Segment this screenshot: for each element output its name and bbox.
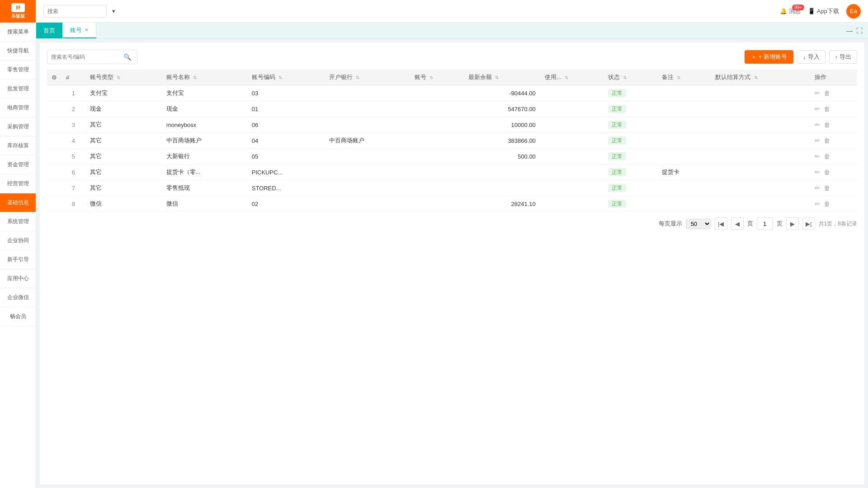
delete-icon-4[interactable]: 🗑 <box>824 153 830 160</box>
th-remark[interactable]: 备注 ⇅ <box>657 70 711 85</box>
edit-icon-0[interactable]: ✏ <box>815 89 820 97</box>
edit-icon-7[interactable]: ✏ <box>815 200 820 207</box>
tab-expand-icon[interactable]: ⛶ <box>856 27 863 34</box>
row-default-settle-3 <box>711 133 810 149</box>
messages-button[interactable]: 🔔 消息 99+ <box>780 7 801 15</box>
edit-icon-6[interactable]: ✏ <box>815 184 820 192</box>
row-default-settle-0 <box>711 85 810 101</box>
row-default-settle-2 <box>711 117 810 133</box>
th-balance[interactable]: 最新余额 ⇅ <box>464 70 540 85</box>
row-status-2: 正常 <box>604 117 657 133</box>
sidebar-item-quick-nav[interactable]: 快捷导航 <box>0 42 36 61</box>
sidebar-item-enterprise-agreement[interactable]: 企业协同 <box>0 231 36 250</box>
edit-icon-4[interactable]: ✏ <box>815 153 820 160</box>
add-account-button[interactable]: ＋ + 新增账号 <box>745 50 793 64</box>
page-size-select[interactable]: 50 20 100 <box>686 219 711 229</box>
row-default-settle-5 <box>711 164 810 180</box>
sidebar-item-capital-mgmt[interactable]: 资金管理 <box>0 155 36 174</box>
row-type-0: 支付宝 <box>85 85 162 101</box>
search-icon[interactable]: 🔍 <box>123 53 131 61</box>
row-type-5: 其它 <box>85 164 162 180</box>
page-input[interactable] <box>757 217 773 230</box>
edit-icon-3[interactable]: ✏ <box>815 137 820 144</box>
row-num-6: 7 <box>61 180 85 196</box>
delete-icon-1[interactable]: 🗑 <box>824 105 830 113</box>
search-input[interactable] <box>51 54 123 60</box>
row-num-7: 8 <box>61 196 85 212</box>
app-download-button[interactable]: 📱 App下载 <box>808 7 839 15</box>
import-button[interactable]: ↓ 导入 <box>797 50 826 64</box>
tab-close-icon[interactable]: ✕ <box>85 27 89 33</box>
row-gear-1 <box>47 101 61 117</box>
row-balance-5 <box>464 164 540 180</box>
th-default-settle[interactable]: 默认结算方式 ⇅ <box>711 70 810 85</box>
th-usage[interactable]: 使用... ⇅ <box>540 70 604 85</box>
sidebar-item-system-mgmt[interactable]: 系统管理 <box>0 212 36 231</box>
row-gear-3 <box>47 133 61 149</box>
next-page-button[interactable]: ▶ <box>786 217 799 230</box>
header-search-input[interactable] <box>43 5 107 18</box>
header-dropdown[interactable]: ▾ <box>112 8 115 14</box>
avatar[interactable]: Ea <box>846 4 861 19</box>
table-row: 1 支付宝 支付宝 03 -90444.00 正常 ✏ 🗑 <box>47 85 857 101</box>
row-action-5: ✏ 🗑 <box>810 164 857 180</box>
first-page-button[interactable]: |◀ <box>715 217 727 230</box>
row-remark-7 <box>657 196 711 212</box>
sidebar-item-app-center[interactable]: 应用中心 <box>0 269 36 288</box>
row-status-4: 正常 <box>604 149 657 164</box>
edit-icon-1[interactable]: ✏ <box>815 105 820 113</box>
th-code[interactable]: 账号编码 ⇅ <box>247 70 325 85</box>
th-action: 操作 <box>810 70 857 85</box>
delete-icon-0[interactable]: 🗑 <box>824 89 830 97</box>
row-num-4: 5 <box>61 149 85 164</box>
delete-icon-3[interactable]: 🗑 <box>824 137 830 144</box>
tab-account[interactable]: 账号 ✕ <box>63 23 96 38</box>
row-gear-4 <box>47 149 61 164</box>
export-button[interactable]: ↑ 导出 <box>829 50 858 64</box>
th-name[interactable]: 账号名称 ⇅ <box>162 70 247 85</box>
sidebar-item-ecommerce-mgmt[interactable]: 电商管理 <box>0 99 36 117</box>
row-account-no-0 <box>410 85 464 101</box>
tab-actions: — ⛶ <box>841 23 868 38</box>
edit-icon-2[interactable]: ✏ <box>815 121 820 128</box>
delete-icon-7[interactable]: 🗑 <box>824 200 830 207</box>
phone-icon: 📱 <box>808 8 815 14</box>
th-bank[interactable]: 开户银行 ⇅ <box>325 70 410 85</box>
table-row: 2 现金 现金 01 547670.00 正常 ✏ 🗑 <box>47 101 857 117</box>
sidebar-item-search-menu[interactable]: 搜索菜单 <box>0 23 36 42</box>
top-header: ▾ 🔔 消息 99+ 📱 App下载 Ea <box>36 0 868 23</box>
content-area: 🔍 ＋ + 新增账号 ↓ 导入 ↑ 导出 <box>40 42 864 484</box>
sidebar-item-newbie-guide[interactable]: 新手引导 <box>0 250 36 269</box>
row-action-4: ✏ 🗑 <box>810 149 857 164</box>
row-bank-6 <box>325 180 410 196</box>
row-balance-3: 383866.00 <box>464 133 540 149</box>
th-type[interactable]: 账号类型 ⇅ <box>85 70 162 85</box>
delete-icon-6[interactable]: 🗑 <box>824 184 830 192</box>
delete-icon-2[interactable]: 🗑 <box>824 121 830 128</box>
sidebar-item-enterprise-wechat[interactable]: 企业微信 <box>0 288 36 307</box>
row-usage-0 <box>540 85 604 101</box>
sidebar-item-retail-mgmt[interactable]: 零售管理 <box>0 61 36 80</box>
sidebar-item-inventory[interactable]: 库存核算 <box>0 136 36 155</box>
last-page-button[interactable]: ▶| <box>802 217 815 230</box>
edit-icon-5[interactable]: ✏ <box>815 169 820 176</box>
sidebar-item-wholesale-mgmt[interactable]: 批发管理 <box>0 80 36 99</box>
sidebar-item-ops-mgmt[interactable]: 经营管理 <box>0 174 36 193</box>
th-gear[interactable]: ⚙ <box>47 70 61 85</box>
app-download-label: App下载 <box>817 7 839 15</box>
row-type-7: 微信 <box>85 196 162 212</box>
th-account-no[interactable]: 账号 ⇅ <box>410 70 464 85</box>
sidebar-item-basic-info[interactable]: 基础信息 <box>0 193 36 212</box>
row-action-3: ✏ 🗑 <box>810 133 857 149</box>
tab-minimize-icon[interactable]: — <box>846 27 853 34</box>
sidebar-item-vip-member[interactable]: 畅会员 <box>0 307 36 326</box>
sidebar-item-purchase-mgmt[interactable]: 采购管理 <box>0 117 36 136</box>
row-usage-2 <box>540 117 604 133</box>
chevron-down-icon: ▾ <box>112 8 115 14</box>
th-status[interactable]: 状态 ⇅ <box>604 70 657 85</box>
avatar-text: Ea <box>850 8 857 14</box>
delete-icon-5[interactable]: 🗑 <box>824 169 830 176</box>
tab-home[interactable]: 首页 <box>36 23 63 38</box>
prev-page-button[interactable]: ◀ <box>731 217 744 230</box>
row-balance-2: 10000.00 <box>464 117 540 133</box>
